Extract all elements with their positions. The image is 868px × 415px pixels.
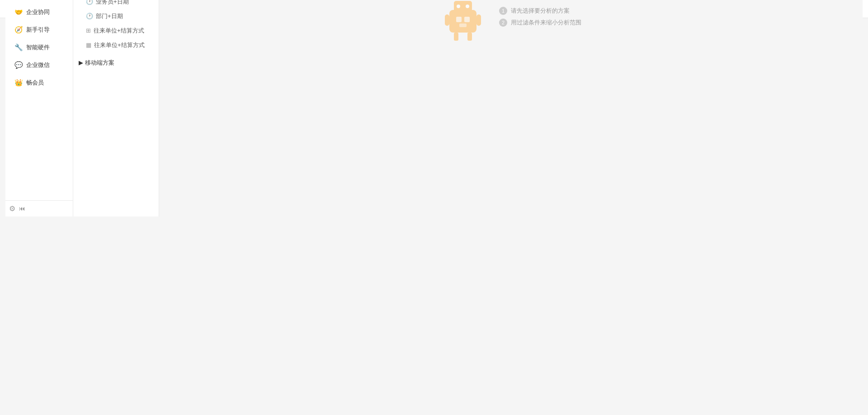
sidebar-nav: 🔍 搜索菜单 🏠 快捷导航 📢 营销推广 💼 销售管理 🛒 采购管 [5,0,73,200]
member-icon: 👑 [14,79,23,87]
sidebar-collapse-btn[interactable]: ⏮ [19,205,25,212]
svg-point-4 [457,5,460,8]
scheme-grid-icon: ⊞ [86,27,91,34]
sidebar-bottom: ⚙ ⏮ [5,200,73,217]
tip-text-2: 用过滤条件来缩小分析范围 [511,17,581,28]
cooperation-icon: 🤝 [14,8,23,16]
tip-item-1: 1 请先选择要分析的方案 [499,5,581,17]
scheme-item-label: 部门+日期 [96,12,123,20]
sidebar-item-wechat[interactable]: 💬 企业微信 [7,57,71,74]
mobile-group-label: 移动端方案 [85,59,114,67]
empty-illustration [440,0,486,42]
empty-state: 1 请先选择要分析的方案 2 用过滤条件来缩小分析范围 [159,0,863,217]
sidebar-item-label: 企业微信 [26,61,50,69]
scheme-group-pc: ▼ 电脑端方案 按业务员 ⊞ 按明细 [73,0,159,54]
tip-num-1: 1 [499,7,507,15]
svg-point-5 [466,5,469,8]
hardware-icon: 🔧 [14,43,23,52]
inner-layout: 按以下方案查询 + ⚙ 《 [73,0,863,217]
tip-text-1: 请先选择要分析的方案 [511,5,570,17]
svg-rect-8 [459,24,467,27]
scheme-clock-icon: 🕐 [86,0,93,5]
svg-rect-10 [476,14,481,26]
sidebar-item-label: 畅会员 [26,79,44,87]
guide-icon: 🧭 [14,26,23,34]
tip-num-2: 2 [499,19,507,27]
expand-arrow-icon: ▶ [79,59,83,66]
sidebar-item-label: 新手引导 [26,26,50,34]
scheme-group-mobile: ▶ 移动端方案 [73,54,159,71]
svg-rect-9 [445,14,449,26]
sidebar-item-system[interactable]: ⚙️ 系统管理 [7,0,71,3]
svg-rect-11 [454,33,458,41]
scheme-item-partner-settlement1[interactable]: ⊞ 往来单位+结算方式 [73,24,159,38]
scheme-item-label: 往来单位+结算方式 [94,41,145,49]
svg-rect-6 [456,17,462,22]
scheme-item-salesperson-date[interactable]: 🕐 业务员+日期 [73,0,159,9]
page-content: 收款情况统计(按业务员) ↑ 导出 ↻ 刷新 [73,0,863,217]
empty-tips: 1 请先选择要分析的方案 2 用过滤条件来缩小分析范围 [499,5,581,28]
sidebar: 畅 畅捷通好生意 标准版 🔍 搜索菜单 🏠 快捷导航 📢 营 [5,0,73,217]
wechat-icon: 💬 [14,61,23,69]
scheme-item-label: 业务员+日期 [96,0,129,6]
sidebar-item-guide[interactable]: 🧭 新手引导 [7,21,71,38]
content-area: 资金管理 / 收款情况统计 ▾ ⚙ 体验行业方案 ✉ 消息 99+ 📱 App下… [73,0,863,217]
svg-rect-12 [467,33,472,41]
sidebar-item-hardware[interactable]: 🔧 智能硬件 [7,39,71,56]
scheme-item-partner-settlement2[interactable]: ▦ 往来单位+结算方式 [73,38,159,52]
sidebar-item-member[interactable]: 👑 畅会员 [7,74,71,91]
svg-rect-2 [449,10,476,33]
tip-item-2: 2 用过滤条件来缩小分析范围 [499,17,581,28]
left-panel: 按以下方案查询 + ⚙ 《 [73,0,159,217]
top-header: 畅 畅捷通好生意 标准版 🔍 搜索菜单 🏠 快捷导航 📢 营 [0,0,868,18]
right-panel: 单据日期 上月 本月 本年 近7天 更多 自定义 [159,0,863,217]
svg-rect-3 [454,1,472,12]
scheme-table5-icon: ▦ [86,42,91,48]
sidebar-item-label: 企业协同 [26,8,50,16]
sidebar-setting-icon[interactable]: ⚙ [9,204,15,213]
scheme-item-label: 往来单位+结算方式 [94,27,144,35]
scheme-clock2-icon: 🕐 [86,13,93,19]
sidebar-item-label: 智能硬件 [26,43,50,52]
sidebar-item-cooperation[interactable]: 🤝 企业协同 [7,4,71,21]
svg-rect-7 [464,17,470,22]
empty-state-inner: 1 请先选择要分析的方案 2 用过滤条件来缩小分析范围 [440,0,581,42]
scheme-group-mobile-header[interactable]: ▶ 移动端方案 [73,56,159,70]
scheme-item-dept-date[interactable]: 🕐 部门+日期 [73,9,159,24]
